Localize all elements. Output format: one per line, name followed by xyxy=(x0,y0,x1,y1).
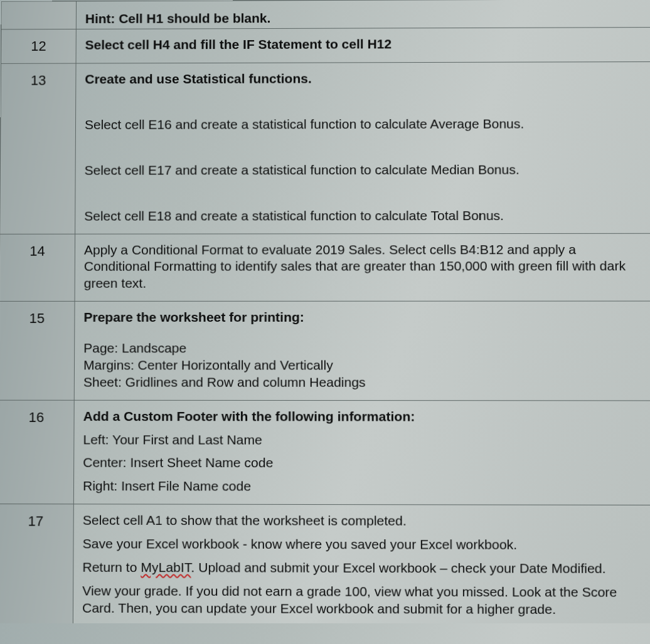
spell-error-text: MyLabIT xyxy=(141,560,191,575)
table-row: 16Add a Custom Footer with the following… xyxy=(0,400,650,505)
step-number: 17 xyxy=(0,504,73,623)
document-root: Hint: Cell H1 should be blank.12Select c… xyxy=(0,0,650,623)
step-line: Add a Custom Footer with the following i… xyxy=(83,408,642,425)
step-line: Select cell A1 to show that the workshee… xyxy=(83,512,642,531)
step-line: Apply a Conditional Format to evaluate 2… xyxy=(84,241,641,292)
step-text: Hint: Cell H1 should be blank. xyxy=(76,0,650,29)
step-line: Prepare the worksheet for printing: xyxy=(83,309,641,326)
table-row: 17Select cell A1 to show that the worksh… xyxy=(0,504,650,623)
step-text: Create and use Statistical functions.Sel… xyxy=(75,61,650,233)
step-text: Apply a Conditional Format to evaluate 2… xyxy=(75,233,650,302)
step-line: Hint: Cell H1 should be blank. xyxy=(85,10,271,28)
step-text: Select cell A1 to show that the workshee… xyxy=(73,504,650,623)
step-number: 13 xyxy=(0,63,76,234)
spacer xyxy=(83,326,641,340)
step-line: Select cell E18 and create a statistical… xyxy=(84,207,641,224)
step-number: 14 xyxy=(0,234,75,302)
spacer xyxy=(85,87,640,117)
step-line: Select cell E16 and create a statistical… xyxy=(85,115,640,134)
step-number: 12 xyxy=(1,29,77,63)
step-line: Select cell E17 and create a statistical… xyxy=(85,161,641,179)
step-line: Create and use Statistical functions. xyxy=(85,70,639,88)
step-line: Page: Landscape xyxy=(83,340,641,357)
text-run: Return to xyxy=(82,559,141,574)
table-row: 15Prepare the worksheet for printing:Pag… xyxy=(0,301,650,400)
table-row: 14Apply a Conditional Format to evaluate… xyxy=(0,233,650,302)
text-run: . Upload and submit your Excel workbook … xyxy=(191,560,605,576)
table-row: Hint: Cell H1 should be blank. xyxy=(1,0,650,29)
step-line: View your grade. If you did not earn a g… xyxy=(82,583,643,618)
step-line: Margins: Center Horizontally and Vertica… xyxy=(83,357,642,374)
instructions-table: Hint: Cell H1 should be blank.12Select c… xyxy=(0,0,650,623)
step-line: Return to MyLabIT. Upload and submit you… xyxy=(82,559,642,578)
table-row: 12Select cell H4 and fill the IF Stateme… xyxy=(1,28,650,64)
step-number: 16 xyxy=(0,400,74,504)
step-number xyxy=(1,1,77,29)
step-line: Center: Insert Sheet Name code xyxy=(83,455,642,472)
step-line: Right: Insert File Name code xyxy=(83,478,642,496)
step-text: Add a Custom Footer with the following i… xyxy=(73,400,650,505)
step-line: Left: Your First and Last Name xyxy=(83,431,642,449)
step-line: Sheet: Gridlines and Row and column Head… xyxy=(83,374,642,391)
step-text: Select cell H4 and fill the IF Statement… xyxy=(76,28,650,64)
step-number: 15 xyxy=(0,302,75,400)
table-row: 13Create and use Statistical functions.S… xyxy=(0,61,650,233)
spacer xyxy=(85,132,641,162)
step-line: Save your Excel workbook - know where yo… xyxy=(83,536,643,554)
step-line: Select cell H4 and fill the IF Statement… xyxy=(85,35,640,53)
spacer xyxy=(84,178,640,208)
step-text: Prepare the worksheet for printing:Page:… xyxy=(74,301,650,400)
